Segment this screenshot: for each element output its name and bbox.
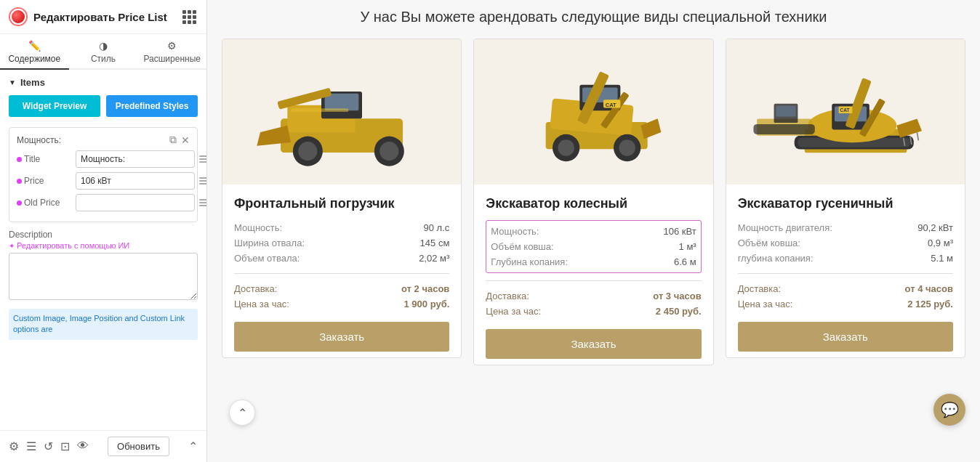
footer-chevron-icon[interactable]: ⌃ <box>188 439 198 453</box>
title-list-icon[interactable] <box>199 153 206 166</box>
spec-value: 145 см <box>353 235 449 251</box>
card-track-body: Экскаватор гусеничный Мощность двигателя… <box>726 185 965 357</box>
settings-icon[interactable]: ⚙ <box>9 439 19 453</box>
price-value: 1 900 руб. <box>349 296 449 312</box>
old-price-field-label: Old Price <box>17 198 71 208</box>
svg-point-7 <box>298 142 317 161</box>
card-loader: Фронтальный погрузчик Мощность: 90 л.с Ш… <box>222 38 462 358</box>
price-table-loader: Доставка: от 2 часов Цена за час: 1 900 … <box>234 281 449 312</box>
close-icon[interactable]: ✕ <box>181 134 190 146</box>
field-group-actions: ⧉ ✕ <box>169 134 190 146</box>
order-button-loader[interactable]: Заказать <box>234 322 449 352</box>
svg-text:CAT: CAT <box>606 102 616 108</box>
tab-advanced-label: Расширенные <box>143 54 201 64</box>
delivery-value: от 3 часов <box>601 288 701 304</box>
spec-value: 90,2 кВт <box>856 220 953 235</box>
old-price-list-icon[interactable] <box>199 196 206 209</box>
right-content: У нас Вы можете арендовать следующие вид… <box>207 0 980 462</box>
price-row: Доставка: от 3 часов <box>486 288 701 304</box>
price-row: Цена за час: 1 900 руб. <box>234 296 449 312</box>
grid-icon[interactable] <box>182 10 196 24</box>
eye-icon[interactable]: 👁 <box>77 439 89 453</box>
card-track-image: CAT <box>726 39 965 185</box>
card-wheel-body: Экскаватор колесный Мощность: 106 кВт Об… <box>474 185 712 365</box>
delivery-value: от 2 часов <box>349 281 449 296</box>
section-arrow-icon[interactable]: ▼ <box>9 78 16 86</box>
widget-preview-button[interactable]: Widget Preview <box>9 95 100 117</box>
predefined-styles-button[interactable]: Predefined Styles <box>106 95 198 117</box>
tab-style-label: Стиль <box>91 54 116 64</box>
price-dot <box>17 179 22 184</box>
scroll-up-button[interactable]: ⌃ <box>229 400 255 426</box>
spec-row: Объём ковша: 1 м³ <box>491 239 696 254</box>
price-value: 2 125 руб. <box>853 296 953 312</box>
order-button-track[interactable]: Заказать <box>738 322 953 352</box>
spec-label: Объём ковша: <box>738 235 856 251</box>
layers-icon[interactable]: ☰ <box>26 439 36 453</box>
spec-label: Ширина отвала: <box>234 235 353 251</box>
old-price-input[interactable] <box>76 194 195 211</box>
svg-text:CAT: CAT <box>840 108 849 113</box>
duplicate-icon[interactable]: ⧉ <box>169 134 177 146</box>
title-field-row: Title <box>17 150 190 168</box>
ai-edit-link[interactable]: ✦ Редактировать с помощью ИИ <box>9 241 198 250</box>
spec-value: 6.6 м <box>604 254 696 270</box>
responsive-icon[interactable]: ⊡ <box>60 439 70 453</box>
spec-value: 1 м³ <box>604 239 696 254</box>
svg-rect-10 <box>291 108 348 112</box>
card-track-excavator: CAT Экскаватор гусеничный Мощность двига… <box>726 38 965 358</box>
price-table-wheel: Доставка: от 3 часов Цена за час: 2 450 … <box>486 288 701 319</box>
action-buttons: Widget Preview Predefined Styles <box>9 95 198 117</box>
price-field-row: Price <box>17 172 190 190</box>
update-button[interactable]: Обновить <box>108 437 169 456</box>
gear-icon: ⚙ <box>167 40 177 52</box>
svg-rect-37 <box>753 124 814 134</box>
card-loader-title: Фронтальный погрузчик <box>234 196 449 211</box>
card-track-title: Экскаватор гусеничный <box>738 196 953 211</box>
panel-body: ▼ Items Widget Preview Predefined Styles… <box>0 70 206 430</box>
price-row: Доставка: от 2 часов <box>234 281 449 296</box>
chat-button[interactable]: 💬 <box>933 394 965 426</box>
title-input[interactable] <box>76 150 195 168</box>
cards-row: Фронтальный погрузчик Мощность: 90 л.с Ш… <box>222 38 965 365</box>
spec-label: Мощность: <box>234 220 353 235</box>
price-row: Доставка: от 4 часов <box>738 281 953 296</box>
svg-rect-39 <box>776 106 795 117</box>
specs-table-loader: Мощность: 90 л.с Ширина отвала: 145 см О… <box>234 220 449 266</box>
spec-row: Объем отвала: 2,02 м³ <box>234 251 449 266</box>
order-button-wheel[interactable]: Заказать <box>486 329 701 359</box>
card-wheel-excavator: CAT Экскаватор колесный Мощность: 106 кВ… <box>473 38 713 365</box>
specs-table-wheel: Мощность: 106 кВт Объём ковша: 1 м³ Глуб… <box>491 224 696 270</box>
delivery-label: Доставка: <box>738 281 853 296</box>
history-icon[interactable]: ↺ <box>44 439 53 453</box>
track-excavator-svg: CAT <box>736 50 955 174</box>
tab-style[interactable]: ◑ Стиль <box>69 34 138 70</box>
price-row: Цена за час: 2 125 руб. <box>738 296 953 312</box>
price-label: Цена за час: <box>234 296 349 312</box>
svg-point-21 <box>619 139 635 155</box>
spec-row: Ширина отвала: 145 см <box>234 235 449 251</box>
price-input[interactable] <box>76 172 195 190</box>
specs-table-track: Мощность двигателя: 90,2 кВт Объём ковша… <box>738 220 953 266</box>
edit-icon: ✏️ <box>28 40 41 52</box>
price-list-icon[interactable] <box>199 174 206 187</box>
description-textarea[interactable] <box>9 253 198 300</box>
price-value: 2 450 руб. <box>601 304 701 319</box>
panel-title: Редактировать Price List <box>33 11 175 23</box>
tab-content[interactable]: ✏️ Содержимое <box>0 34 69 70</box>
svg-point-9 <box>379 142 398 161</box>
page-title: У нас Вы можете арендовать следующие вид… <box>222 0 965 38</box>
delivery-label: Доставка: <box>234 281 349 296</box>
card-loader-image <box>222 39 461 185</box>
card-wheel-title: Экскаватор колесный <box>486 196 701 211</box>
panel-header: Редактировать Price List <box>0 0 206 34</box>
spec-value: 0,9 м³ <box>856 235 953 251</box>
title-field-label: Title <box>17 154 71 164</box>
tabs-row: ✏️ Содержимое ◑ Стиль ⚙ Расширенные <box>0 34 206 70</box>
old-price-dot <box>17 200 22 206</box>
spec-label: Объём ковша: <box>491 239 603 254</box>
tab-content-label: Содержимое <box>8 54 60 64</box>
tab-advanced[interactable]: ⚙ Расширенные <box>137 34 206 70</box>
spec-label: Глубина копания: <box>491 254 603 270</box>
info-text: Custom Image, Image Position and Custom … <box>9 309 198 340</box>
